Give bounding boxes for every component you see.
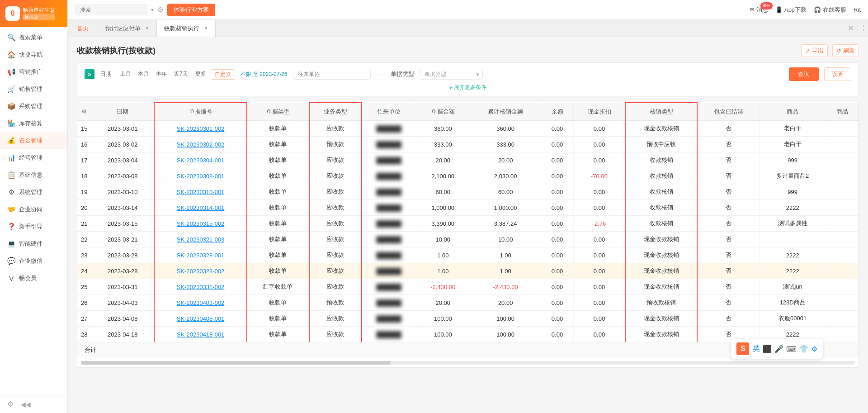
- cell-discount: 0.00: [573, 311, 625, 327]
- filter-expand-button[interactable]: »: [85, 69, 94, 79]
- tab-close-all-icon[interactable]: ✕: [848, 24, 854, 33]
- bill-no-link[interactable]: SK-20230403-002: [177, 299, 225, 306]
- bill-no-link[interactable]: SK-20230301-002: [177, 125, 225, 132]
- bill-no-link[interactable]: SK-20230331-002: [177, 284, 225, 290]
- sidebar-item-finance[interactable]: 💰 资金管理: [0, 132, 67, 149]
- export-button[interactable]: ↗ 导出: [801, 44, 828, 57]
- this-year-btn[interactable]: 本年: [153, 69, 170, 80]
- col-goods2: 商品: [826, 103, 858, 121]
- tab-home[interactable]: 首页: [68, 20, 98, 37]
- cell-verify-type: 预收款核销: [625, 295, 697, 311]
- bill-no-link[interactable]: SK-20230308-001: [177, 173, 225, 180]
- sidebar-item-basic[interactable]: 📋 基础信息: [0, 166, 67, 184]
- cell-goods: 999: [759, 184, 826, 200]
- sidebar-item-wechat[interactable]: 💬 企业微信: [0, 252, 67, 270]
- user-info[interactable]: Rit: [854, 6, 861, 13]
- bill-no-link[interactable]: SK-20230321-003: [177, 236, 225, 243]
- header-chevron-icon[interactable]: ▾: [151, 7, 154, 13]
- tab-bar: 首页 预计应应付单 ✕ 收款核销执行 ✕ ✕ ⛶: [68, 20, 868, 37]
- this-month-btn[interactable]: 本月: [135, 69, 151, 80]
- col-bill-type: 单据类型: [247, 103, 309, 121]
- bill-no-link[interactable]: SK-20230328-001: [177, 252, 225, 259]
- last-7-days-btn[interactable]: 近7天: [171, 69, 191, 80]
- table-row: 23 2023-03-28 SK-20230328-001 收款单 应收款 ██…: [77, 247, 859, 263]
- bill-no-link[interactable]: SK-20230304-001: [177, 157, 225, 164]
- bill-no-link[interactable]: SK-20230418-001: [177, 331, 225, 338]
- bill-no-link[interactable]: SK-20230328-002: [177, 268, 225, 275]
- sidebar-item-search[interactable]: 🔍 搜索菜单: [0, 29, 67, 46]
- last-month-btn[interactable]: 上月: [117, 69, 133, 80]
- headset-icon: 🎧: [814, 6, 821, 13]
- sidebar-icon-purchase: 📦: [7, 102, 15, 110]
- message-button[interactable]: ✉ 消息 99+: [750, 6, 768, 14]
- cell-amount: 1.00: [416, 247, 470, 263]
- collapse-icon[interactable]: ◀◀: [21, 401, 31, 408]
- tab-prepay[interactable]: 预计应应付单 ✕: [98, 20, 157, 37]
- settings-button[interactable]: 设置: [824, 67, 851, 81]
- cell-date: 2023-03-31: [91, 279, 154, 295]
- sidebar-label-operations: 经营管理: [19, 154, 42, 162]
- cell-goods2: [826, 184, 858, 200]
- sidebar-item-sales[interactable]: 🛒 销售管理: [0, 81, 67, 98]
- cell-bill-type: 收款单: [247, 152, 309, 168]
- cell-goods2: [826, 232, 858, 247]
- more-date-btn[interactable]: 更多: [193, 69, 209, 80]
- sidebar-item-marketing[interactable]: 📢 营销推广: [0, 63, 67, 81]
- sidebar-item-guide[interactable]: ❓ 新手引导: [0, 218, 67, 235]
- cell-discount: -70.00: [573, 168, 625, 184]
- table-header-row: ⚙ 日期 单据编号 单据类型 业务类型 往来单位 单据金额 累计核销金额 余额 …: [77, 103, 859, 121]
- cell-balance: 0.00: [541, 232, 573, 247]
- header-search-input[interactable]: [75, 5, 147, 15]
- bill-type-select[interactable]: 单据类型: [420, 69, 483, 80]
- sidebar-item-member[interactable]: V 畅会员: [0, 270, 67, 287]
- header-search-area: ▾ ⚙ 体验行业方案: [75, 4, 744, 16]
- cell-verified: 10.00: [470, 232, 541, 247]
- brand-icon-1: 英: [753, 344, 760, 354]
- cell-partner: ██████: [362, 232, 416, 247]
- header-gear-icon[interactable]: ⚙: [157, 5, 164, 14]
- col-verified: 累计核销金额: [470, 103, 541, 121]
- cell-include-settled: 否: [697, 200, 759, 216]
- cell-no: 22: [77, 232, 91, 247]
- expand-more-conditions[interactable]: ▾ 展开更多条件: [85, 84, 851, 91]
- settings-icon[interactable]: ⚙: [7, 400, 14, 408]
- sidebar-item-enterprise[interactable]: 🤝 企业协同: [0, 201, 67, 218]
- sidebar-item-purchase[interactable]: 📦 采购管理: [0, 98, 67, 115]
- tab-collection[interactable]: 收款核销执行 ✕: [157, 20, 216, 37]
- horizontal-scroll[interactable]: [77, 358, 859, 367]
- sidebar-item-system[interactable]: ⚙ 系统管理: [0, 184, 67, 201]
- filter-more-icon[interactable]: ···: [376, 71, 385, 78]
- custom-date-button[interactable]: 自定义: [211, 69, 235, 80]
- cell-verified: 1,000.00: [470, 200, 541, 216]
- table-row: 24 2023-03-28 SK-20230328-002 收款单 应收款 ██…: [77, 263, 859, 279]
- industry-solution-button[interactable]: 体验行业方案: [167, 4, 215, 16]
- app-download-button[interactable]: 📱 App下载: [775, 6, 807, 14]
- refresh-button[interactable]: ↺ 刷新: [832, 44, 859, 57]
- bill-no-link[interactable]: SK-20230310-001: [177, 189, 225, 195]
- col-balance: 余额: [541, 103, 573, 121]
- sidebar-label-purchase: 采购管理: [19, 102, 42, 110]
- cell-partner: ██████: [362, 121, 416, 137]
- sidebar-item-shortcut[interactable]: 🏠 快捷导航: [0, 46, 67, 63]
- cell-date: 2023-03-14: [91, 200, 154, 216]
- query-button[interactable]: 查询: [789, 67, 819, 81]
- col-verify-type: 核销类型: [625, 103, 697, 121]
- bill-no-link[interactable]: SK-20230315-002: [177, 220, 225, 227]
- cell-biz-type: 应收款: [309, 121, 362, 137]
- sidebar-item-operations[interactable]: 📊 经营管理: [0, 149, 67, 166]
- bill-no-link[interactable]: SK-20230408-001: [177, 315, 225, 322]
- col-gear[interactable]: ⚙: [77, 103, 91, 121]
- cell-bill-no: SK-20230304-001: [154, 152, 247, 168]
- cell-discount: -2.76: [573, 216, 625, 232]
- bill-no-link[interactable]: SK-20230314-001: [177, 204, 225, 211]
- partner-input[interactable]: [293, 69, 371, 80]
- cell-balance: 0.00: [541, 263, 573, 279]
- sidebar-label-search: 搜索菜单: [19, 33, 42, 42]
- tab-collection-close[interactable]: ✕: [204, 25, 208, 31]
- tab-maximize-icon[interactable]: ⛶: [857, 24, 864, 33]
- sidebar-item-hardware[interactable]: 💻 智能硬件: [0, 235, 67, 252]
- online-service-button[interactable]: 🎧 在线客服: [814, 6, 846, 14]
- tab-prepay-close[interactable]: ✕: [145, 25, 149, 31]
- bill-no-link[interactable]: SK-20230302-002: [177, 141, 225, 148]
- sidebar-item-inventory[interactable]: 🏪 库存核算: [0, 115, 67, 132]
